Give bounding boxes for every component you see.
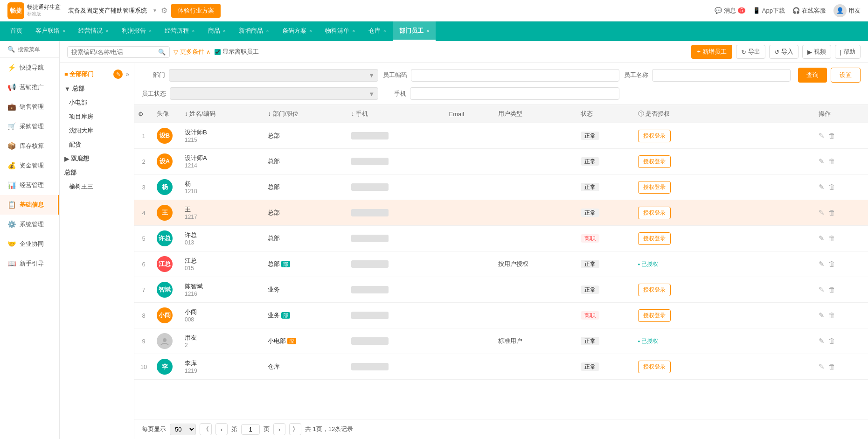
export-button[interactable]: ↻ 导出	[736, 45, 765, 59]
tab-history-close[interactable]: ×	[192, 28, 194, 34]
import-button[interactable]: ↺ 导入	[769, 45, 799, 59]
tab-operation[interactable]: 经营情况×	[72, 21, 115, 41]
sidebar-item-operation[interactable]: 📊 经营管理	[0, 175, 59, 195]
first-page-btn[interactable]: 《	[200, 423, 212, 435]
tab-material[interactable]: 物料清单×	[319, 21, 361, 41]
dept-edit-icon-btn[interactable]: ✎	[113, 70, 123, 79]
setting-button[interactable]: 设置	[831, 68, 861, 83]
empname-filter-input[interactable]	[652, 69, 791, 82]
delete-icon[interactable]: 🗑	[828, 132, 835, 140]
next-page-btn[interactable]: ›	[273, 423, 285, 435]
show-resign-label[interactable]: 显示离职员工	[215, 48, 259, 56]
dept-item-pumiuwang[interactable]: 榆树王三	[60, 180, 134, 194]
tab-home[interactable]: 首页	[4, 21, 29, 41]
tab-add-goods-close[interactable]: ×	[266, 28, 269, 34]
sidebar-item-inventory[interactable]: 📦 库存核算	[0, 136, 59, 156]
tab-department[interactable]: 部门员工×	[393, 21, 436, 41]
sidebar-item-marketing[interactable]: 📢 营销推广	[0, 77, 59, 97]
delete-icon[interactable]: 🗑	[828, 157, 835, 166]
help-button[interactable]: | 帮助	[835, 45, 861, 59]
edit-icon[interactable]: ✎	[819, 286, 825, 294]
tab-history[interactable]: 经营历程×	[158, 21, 201, 41]
auth-button[interactable]: 授权登录	[638, 207, 671, 219]
trial-button[interactable]: 体验行业方案	[171, 4, 221, 18]
dept-item-shenyang[interactable]: 沈阳大库	[60, 124, 134, 138]
edit-icon[interactable]: ✎	[819, 183, 825, 191]
search-icon[interactable]: 🔍	[158, 49, 166, 56]
sidebar-item-system[interactable]: ⚙️ 系统管理	[0, 215, 59, 234]
tab-customer-close[interactable]: ×	[62, 28, 65, 34]
app-download-item[interactable]: 📱 App下载	[753, 7, 785, 15]
more-filter-button[interactable]: ▽ 更多条件 ∧	[174, 48, 211, 56]
auth-button[interactable]: 授权登录	[638, 361, 671, 373]
sidebar-item-quick-nav[interactable]: ⚡ 快捷导航	[0, 58, 59, 77]
tab-department-close[interactable]: ×	[426, 28, 429, 34]
add-employee-button[interactable]: + 新增员工	[691, 45, 732, 59]
auth-button[interactable]: 授权登录	[638, 309, 671, 322]
auth-button[interactable]: 授权登录	[638, 130, 671, 142]
dept-collapse-btn[interactable]: »	[125, 70, 129, 79]
tab-barcode[interactable]: 条码方案×	[276, 21, 319, 41]
edit-icon[interactable]: ✎	[819, 311, 825, 320]
system-dropdown-icon[interactable]: ▼	[153, 8, 157, 13]
dept-item-zongbu2[interactable]: 总部	[60, 166, 134, 180]
delete-icon[interactable]: 🗑	[828, 183, 835, 191]
empcode-filter-input[interactable]	[411, 69, 619, 82]
edit-icon[interactable]: ✎	[819, 157, 825, 166]
sidebar-item-purchase[interactable]: 🛒 采购管理	[0, 117, 59, 136]
auth-button[interactable]: 授权登录	[638, 284, 671, 296]
auth-button[interactable]: 授权登录	[638, 155, 671, 168]
message-item[interactable]: 💬 消息 5	[715, 7, 745, 15]
dept-item-peihuo[interactable]: 配货	[60, 138, 134, 152]
tab-warehouse[interactable]: 仓库×	[362, 21, 393, 41]
prev-page-btn[interactable]: ‹	[215, 423, 228, 435]
dept-item-xiangmu[interactable]: 项目库房	[60, 110, 134, 124]
settings-icon[interactable]: ⚙	[161, 6, 167, 15]
edit-icon[interactable]: ✎	[819, 209, 825, 217]
tab-add-goods[interactable]: 新增商品×	[232, 21, 275, 41]
phone-filter-input[interactable]	[410, 87, 619, 100]
sidebar-item-sales[interactable]: 💼 销售管理	[0, 97, 59, 117]
auth-button[interactable]: 授权登录	[638, 181, 671, 194]
tab-material-close[interactable]: ×	[352, 28, 355, 34]
page-number-input[interactable]	[241, 424, 260, 435]
delete-icon[interactable]: 🗑	[828, 337, 835, 345]
auth-button[interactable]: 授权登录	[638, 232, 671, 245]
sidebar-item-basic-info[interactable]: 📋 基础信息	[0, 195, 59, 215]
tab-goods-close[interactable]: ×	[223, 28, 226, 34]
dept-item-zongbu-group[interactable]: ▼ 总部	[60, 82, 134, 96]
dept-item-xiaodian[interactable]: 小电部	[60, 96, 134, 110]
dept-all-label[interactable]: ■ 全部部门	[64, 70, 94, 78]
status-select[interactable]	[170, 87, 378, 100]
sidebar-item-cooperation[interactable]: 🤝 企业协同	[0, 234, 59, 254]
user-item[interactable]: 👤 用友	[833, 4, 861, 17]
tab-barcode-close[interactable]: ×	[309, 28, 312, 34]
page-size-select[interactable]: 50 100	[170, 424, 196, 435]
edit-icon[interactable]: ✎	[819, 234, 825, 243]
edit-icon[interactable]: ✎	[819, 337, 825, 345]
online-service-item[interactable]: 🎧 在线客服	[792, 7, 826, 15]
search-input[interactable]	[71, 49, 155, 56]
edit-icon[interactable]: ✎	[819, 362, 825, 371]
search-button[interactable]: 查询	[798, 68, 827, 83]
sidebar-item-guide[interactable]: 📖 新手引导	[0, 254, 59, 273]
last-page-btn[interactable]: 》	[289, 423, 301, 435]
edit-icon[interactable]: ✎	[819, 132, 825, 140]
dept-item-shuangsi[interactable]: ▶ 双鹿想	[60, 152, 134, 166]
sidebar-search-input[interactable]	[18, 46, 55, 53]
delete-icon[interactable]: 🗑	[828, 234, 835, 243]
show-resign-checkbox[interactable]	[215, 49, 221, 55]
tab-profit[interactable]: 利润报告×	[115, 21, 158, 41]
tab-profit-close[interactable]: ×	[149, 28, 152, 34]
delete-icon[interactable]: 🗑	[828, 209, 835, 217]
tab-customer[interactable]: 客户联络×	[29, 21, 72, 41]
tab-goods[interactable]: 商品×	[201, 21, 232, 41]
delete-icon[interactable]: 🗑	[828, 362, 835, 371]
edit-icon[interactable]: ✎	[819, 260, 825, 268]
view-button[interactable]: ▶ 视频	[802, 45, 831, 59]
tab-warehouse-close[interactable]: ×	[383, 28, 386, 34]
sidebar-item-finance[interactable]: 💰 资金管理	[0, 156, 59, 175]
tab-operation-close[interactable]: ×	[105, 28, 108, 34]
delete-icon[interactable]: 🗑	[828, 286, 835, 294]
delete-icon[interactable]: 🗑	[828, 311, 835, 320]
